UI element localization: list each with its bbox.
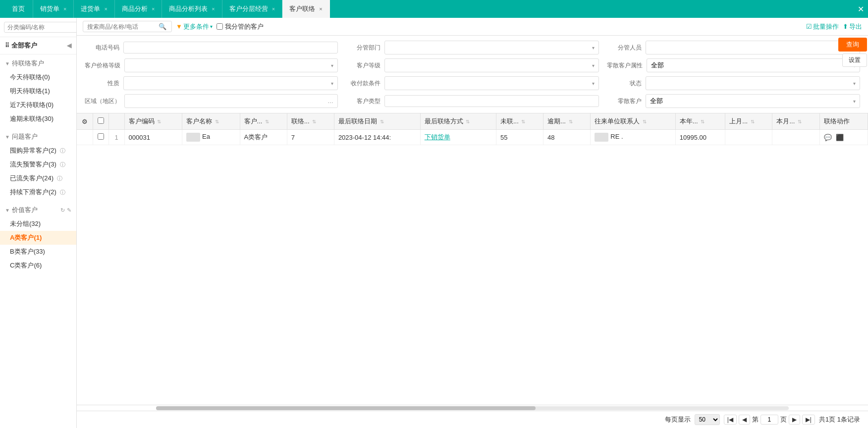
h-scroll-area[interactable] <box>77 405 868 411</box>
close-icon[interactable]: × <box>152 6 155 12</box>
sidebar-item-declining[interactable]: 持续下滑客户(2) ⓘ <box>0 185 76 199</box>
search-icon[interactable]: 🔍 <box>159 23 166 30</box>
col-num <box>108 113 124 130</box>
tab-label-home: 首页 <box>12 4 25 13</box>
sidebar-item-overdue[interactable]: 逾期未联络(30) <box>0 112 76 126</box>
row-actions: 💬⬛ <box>819 130 868 145</box>
section-title-problem[interactable]: ▼ 问题客户 <box>0 130 76 144</box>
info-icon: ⓘ <box>60 161 65 167</box>
row-last-method[interactable]: 下销货单 <box>420 130 496 145</box>
row-this-year: 10995.00 <box>675 130 725 145</box>
message-icon[interactable]: 💬 <box>824 134 832 141</box>
section-title-pending[interactable]: ▼ 待联络客户 <box>0 56 76 70</box>
batch-ops-btn[interactable]: ☑ 批量操作 <box>806 22 839 31</box>
col-last-date[interactable]: 最后联络日期 ⇅ <box>334 113 420 130</box>
select-all-checkbox[interactable] <box>98 117 104 124</box>
col-contact[interactable]: 联络... ⇅ <box>287 113 334 130</box>
nav-tab-analysis[interactable]: 商品分析 × <box>115 0 162 18</box>
row-num: 1 <box>108 130 124 145</box>
close-icon[interactable]: × <box>272 6 275 12</box>
my-customers-checkbox-label[interactable]: 我分管的客户 <box>217 22 264 31</box>
filter-payment-select[interactable]: ▾ <box>384 76 599 90</box>
close-icon[interactable]: × <box>212 6 215 12</box>
filter-region-select[interactable]: … <box>124 94 338 108</box>
nav-tab-home[interactable]: 首页 <box>4 0 33 18</box>
filter-panel: 电话号码 分管部门 ▾ 分管人员 … 查询 设置 <box>77 36 868 113</box>
col-overdue[interactable]: 逾期... ⇅ <box>543 113 591 130</box>
close-icon[interactable]: × <box>63 6 66 12</box>
main-search-input[interactable] <box>87 23 157 30</box>
query-button[interactable]: 查询 <box>838 38 867 52</box>
section-title-value[interactable]: ▼ 价值客户 ↻ ✎ <box>0 203 76 217</box>
row-checkbox[interactable] <box>93 130 108 145</box>
export-btn[interactable]: ⬆ 导出 <box>843 22 862 31</box>
filter-nature-select[interactable]: ▾ <box>123 76 338 90</box>
nav-tab-purchase[interactable]: 进货单 × <box>74 0 114 18</box>
nav-tab-analysis-list[interactable]: 商品分析列表 × <box>162 0 222 18</box>
nav-tab-customer-tier[interactable]: 客户分层经营 × <box>222 0 282 18</box>
col-this-month[interactable]: 本月... ⇅ <box>772 113 819 130</box>
sidebar-item-ungrouped[interactable]: 未分组(32) <box>0 217 76 231</box>
filter-phone-input[interactable] <box>123 42 338 54</box>
sidebar-search-input[interactable] <box>4 22 77 33</box>
close-icon[interactable]: × <box>104 6 107 12</box>
per-page-select[interactable]: 50 100 <box>695 414 720 425</box>
row-contact-count: 7 <box>287 130 334 145</box>
col-last-method[interactable]: 最后联络方式 ⇅ <box>420 113 496 130</box>
sidebar-item-hoarding[interactable]: 囤购异常客户(2) ⓘ <box>0 144 76 158</box>
next-page-btn[interactable]: ▶ <box>789 415 800 425</box>
last-page-btn[interactable]: ▶| <box>802 415 815 425</box>
col-gear[interactable]: ⚙ <box>77 113 93 130</box>
filter-customer-type-input[interactable] <box>384 95 599 107</box>
tab-label-analysis: 商品分析 <box>122 4 148 13</box>
filter-price-level-select[interactable]: ▾ <box>124 58 338 72</box>
sidebar-item-today[interactable]: 今天待联络(0) <box>0 70 76 84</box>
col-contacts-person[interactable]: 往来单位联系人 ⇅ <box>591 113 676 130</box>
more-conditions-btn[interactable]: ▼ 更多条件 ▾ <box>176 22 213 31</box>
filter-icon: ▼ <box>176 23 182 30</box>
collapse-icon[interactable]: ◀ <box>67 42 71 49</box>
col-this-year[interactable]: 本年... ⇅ <box>675 113 725 130</box>
sidebar-item-tomorrow[interactable]: 明天待联络(1) <box>0 84 76 98</box>
sidebar-item-churned[interactable]: 已流失客户(24) ⓘ <box>0 171 76 185</box>
first-page-btn[interactable]: |◀ <box>724 415 737 425</box>
filter-retail-customer-select[interactable]: 全部▾ <box>646 94 860 108</box>
filter-status-select[interactable]: ▾ <box>646 76 860 90</box>
row-overdue: 48 <box>543 130 591 145</box>
edit-icon[interactable]: ✎ <box>67 207 71 214</box>
sidebar-item-7days[interactable]: 近7天待联络(0) <box>0 98 76 112</box>
section-label-pending: 待联络客户 <box>12 59 44 68</box>
window-close-icon[interactable]: ✕ <box>858 4 864 14</box>
filter-retail-attr-select[interactable]: 全部▾ <box>647 58 860 72</box>
col-name[interactable]: 客户名称 ⇅ <box>182 113 240 130</box>
sidebar-item-class-c[interactable]: C类客户(6) <box>0 259 76 272</box>
col-code[interactable]: 客户编码 ⇅ <box>124 113 182 130</box>
col-checkbox[interactable] <box>93 113 108 130</box>
search-bar[interactable]: 🔍 <box>83 21 172 32</box>
section-label-value: 价值客户 <box>12 206 38 214</box>
col-type[interactable]: 客户... ⇅ <box>240 113 287 130</box>
setting-button[interactable]: 设置 <box>842 54 867 67</box>
page-num-input[interactable] <box>760 415 778 425</box>
filter-customer-level-select[interactable]: ▾ <box>384 58 599 72</box>
sidebar-item-class-a[interactable]: A类客户(1) <box>0 231 76 245</box>
close-icon[interactable]: × <box>319 6 322 12</box>
prev-page-btn[interactable]: ◀ <box>739 415 750 425</box>
nav-tab-sales[interactable]: 销货单 × <box>33 0 74 18</box>
filter-dept-select[interactable]: ▾ <box>384 41 599 54</box>
sidebar-item-churn-warning[interactable]: 流失预警客户(3) ⓘ <box>0 158 76 171</box>
my-customers-checkbox[interactable] <box>217 23 223 30</box>
filter-person-select[interactable]: … <box>646 41 860 54</box>
col-last-month[interactable]: 上月... ⇅ <box>725 113 772 130</box>
page-nav: |◀ ◀ 第 页 ▶ ▶| <box>724 415 815 425</box>
col-no-contact[interactable]: 未联... ⇅ <box>496 113 543 130</box>
tab-label-sales: 销货单 <box>40 4 59 13</box>
row-this-month <box>772 130 819 145</box>
more-conditions-label: 更多条件 <box>183 22 209 31</box>
refresh-icon[interactable]: ↻ <box>60 207 65 214</box>
nav-tab-customer-contact[interactable]: 客户联络 × <box>282 0 329 18</box>
tab-label-purchase: 进货单 <box>81 4 100 13</box>
sidebar-item-class-b[interactable]: B类客户(33) <box>0 245 76 259</box>
qrcode-icon[interactable]: ⬛ <box>836 134 844 141</box>
chevron-down-icon: ▾ <box>210 24 213 29</box>
